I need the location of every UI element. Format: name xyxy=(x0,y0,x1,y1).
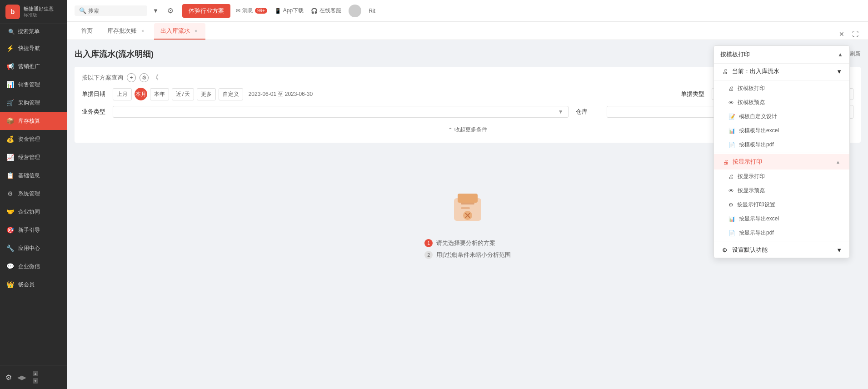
filter-add-btn[interactable]: + xyxy=(127,73,136,82)
sidebar-item-label: 畅会员 xyxy=(18,281,35,289)
display-preview-icon: 👁 xyxy=(728,188,734,194)
dropdown-display-preview[interactable]: 👁 按显示预览 xyxy=(714,184,849,198)
sidebar-item-label: 采购管理 xyxy=(18,99,40,107)
search-input[interactable] xyxy=(88,8,143,14)
industry-btn[interactable]: 体验行业方案 xyxy=(182,4,230,18)
sidebar: b 畅捷通好生意 标准版 🔍 搜索菜单 ⚡ 快捷导航 📢 营销推广 📊 销售管理… xyxy=(0,0,67,389)
topbar-dropdown-icon[interactable]: ▼ xyxy=(153,7,159,14)
template-pdf-label: 按模板导出pdf xyxy=(739,141,774,149)
svg-rect-2 xyxy=(461,203,474,204)
tab-close-all-btn[interactable]: ✕ xyxy=(836,29,847,40)
service-icon: 🎧 xyxy=(311,8,318,14)
dropdown-collapse-arrow[interactable]: ▲ xyxy=(838,51,843,58)
dropdown-display-excel[interactable]: 📊 按显示导出excel xyxy=(714,212,849,226)
business-type-filter-item: 业务类型 ▼ xyxy=(82,106,569,118)
display-print-expand-arrow: ▲ xyxy=(836,160,840,165)
dropdown-template-preview[interactable]: 👁 按模板预览 xyxy=(714,95,849,110)
display-print-label: 按显示打印 xyxy=(738,173,765,180)
date-filter-item: 单据日期 上月 本月 本年 近7天 更多 自定义 2023-06-01 至 20… xyxy=(82,88,673,100)
topbar-gear-btn[interactable]: ⚙ xyxy=(164,5,177,17)
member-icon: 👑 xyxy=(5,280,15,289)
date-btn-this-year[interactable]: 本年 xyxy=(150,88,169,100)
dropdown-default-settings[interactable]: ⚙ 设置默认功能 ▼ xyxy=(714,242,849,258)
dropdown-display-pdf[interactable]: 📄 按显示导出pdf xyxy=(714,226,849,240)
filter-title-label: 按以下方案查询 xyxy=(82,74,123,82)
scroll-down-btn[interactable]: ▼ xyxy=(33,378,38,384)
divider-3 xyxy=(714,241,849,241)
sidebar-item-guide[interactable]: 🎯 新手引导 xyxy=(0,221,67,239)
business-type-select-right: ▼ xyxy=(558,109,564,115)
dropdown-display-print[interactable]: 🖨 按显示打印 xyxy=(714,170,849,184)
sidebar-item-label: 新手引导 xyxy=(18,226,40,234)
dropdown-template-custom[interactable]: 📝 模板自定义设计 xyxy=(714,110,849,124)
business-type-select[interactable]: ▼ xyxy=(113,106,569,118)
date-btn-last-month[interactable]: 上月 xyxy=(113,88,132,100)
user-name: Rit xyxy=(369,8,375,14)
sidebar-item-basic[interactable]: 📋 基础信息 xyxy=(0,166,67,185)
filter-collapse-btn[interactable]: 《 xyxy=(152,74,159,82)
dropdown-display-print-header[interactable]: 🖨 按显示打印 ▲ xyxy=(714,154,849,170)
collapse-more-icon: ⌃ xyxy=(448,127,453,133)
sidebar-item-system[interactable]: ⚙ 系统管理 xyxy=(0,185,67,203)
page-title: 出入库流水(流水明细) xyxy=(75,49,154,60)
display-print-icon: 🖨 xyxy=(728,174,734,180)
topbar-search-box[interactable]: 🔍 xyxy=(75,5,147,16)
date-btn-7days[interactable]: 近7天 xyxy=(172,88,194,100)
tab-flow[interactable]: 出入库流水 × xyxy=(154,23,205,40)
settings-icon[interactable]: ⚙ xyxy=(5,373,12,382)
warehouse-label: 仓库 xyxy=(576,108,603,116)
message-label: 消息 xyxy=(242,7,253,15)
sidebar-item-label: 企业微信 xyxy=(18,263,40,270)
sidebar-item-purchase[interactable]: 🛒 采购管理 xyxy=(0,94,67,112)
sidebar-item-wechat[interactable]: 💬 企业微信 xyxy=(0,257,67,275)
collapse-icon[interactable]: ◀▶ xyxy=(17,374,26,381)
dropdown-display-print-settings[interactable]: ⚙ 按显示打印设置 xyxy=(714,198,849,212)
display-print-header-icon: 🖨 xyxy=(723,159,729,165)
dropdown-current-item[interactable]: 🖨 当前：出入库流水 ▼ xyxy=(714,64,849,79)
sidebar-item-quick-nav[interactable]: ⚡ 快捷导航 xyxy=(0,39,67,57)
sidebar-item-member[interactable]: 👑 畅会员 xyxy=(0,275,67,294)
guide-icon: 🎯 xyxy=(5,225,15,234)
current-item-arrow: ▼ xyxy=(836,68,842,75)
online-service-btn[interactable]: 🎧 在线客服 xyxy=(311,7,341,15)
sidebar-search-btn[interactable]: 🔍 搜索菜单 xyxy=(0,24,67,39)
date-btn-this-month[interactable]: 本月 xyxy=(135,88,147,100)
divider-1 xyxy=(714,80,849,80)
sidebar-item-app-center[interactable]: 🔧 应用中心 xyxy=(0,239,67,257)
dropdown-template-pdf[interactable]: 📄 按模板导出pdf xyxy=(714,138,849,152)
sidebar-item-operations[interactable]: 📈 经营管理 xyxy=(0,148,67,166)
user-avatar[interactable] xyxy=(349,5,361,17)
svg-rect-1 xyxy=(458,194,478,203)
sidebar-item-inventory[interactable]: 📦 库存核算 xyxy=(0,112,67,130)
sidebar-item-marketing[interactable]: 📢 营销推广 xyxy=(0,57,67,75)
scroll-up-btn[interactable]: ▲ xyxy=(33,371,38,376)
filter-settings-btn[interactable]: ⚙ xyxy=(140,73,149,82)
date-range-display: 2023-06-01 至 2023-06-30 xyxy=(249,90,313,98)
dropdown-template-print[interactable]: 🖨 按模板打印 xyxy=(714,81,849,95)
tab-batch-close[interactable]: × xyxy=(140,28,146,34)
current-item-icon: 🖨 xyxy=(721,68,728,75)
tabs-bar: 首页 库存批次账 × 出入库流水 × ✕ ⛶ xyxy=(67,22,868,40)
date-btn-more[interactable]: 更多 xyxy=(197,88,216,100)
tab-batch[interactable]: 库存批次账 × xyxy=(101,23,152,40)
sidebar-item-label: 库存核算 xyxy=(18,117,40,125)
display-print-settings-icon: ⚙ xyxy=(728,202,733,208)
tab-home-label: 首页 xyxy=(81,27,93,35)
message-btn[interactable]: ✉ 消息 99+ xyxy=(236,7,267,15)
sidebar-item-cooperation[interactable]: 🤝 企业协同 xyxy=(0,203,67,221)
system-icon: ⚙ xyxy=(5,189,15,198)
sidebar-item-label: 资金管理 xyxy=(18,135,40,143)
sidebar-item-sales[interactable]: 📊 销售管理 xyxy=(0,75,67,94)
sidebar-item-finance[interactable]: 💰 资金管理 xyxy=(0,130,67,148)
dropdown-template-excel[interactable]: 📊 按模板导出excel xyxy=(714,124,849,138)
tab-home[interactable]: 首页 xyxy=(75,23,99,40)
tab-maximize-btn[interactable]: ⛶ xyxy=(850,29,861,40)
topbar-user-actions: ✉ 消息 99+ 📱 App下载 🎧 在线客服 Rit xyxy=(236,5,375,17)
template-excel-icon: 📊 xyxy=(728,128,735,134)
date-btn-custom[interactable]: 自定义 xyxy=(219,88,243,100)
tab-flow-close[interactable]: × xyxy=(193,28,199,34)
sidebar-scrollbar[interactable]: ▲ ▼ xyxy=(32,370,39,384)
app-download-btn[interactable]: 📱 App下载 xyxy=(274,7,304,15)
app-name: 畅捷通好生意 xyxy=(24,5,54,12)
display-pdf-label: 按显示导出pdf xyxy=(739,229,774,237)
